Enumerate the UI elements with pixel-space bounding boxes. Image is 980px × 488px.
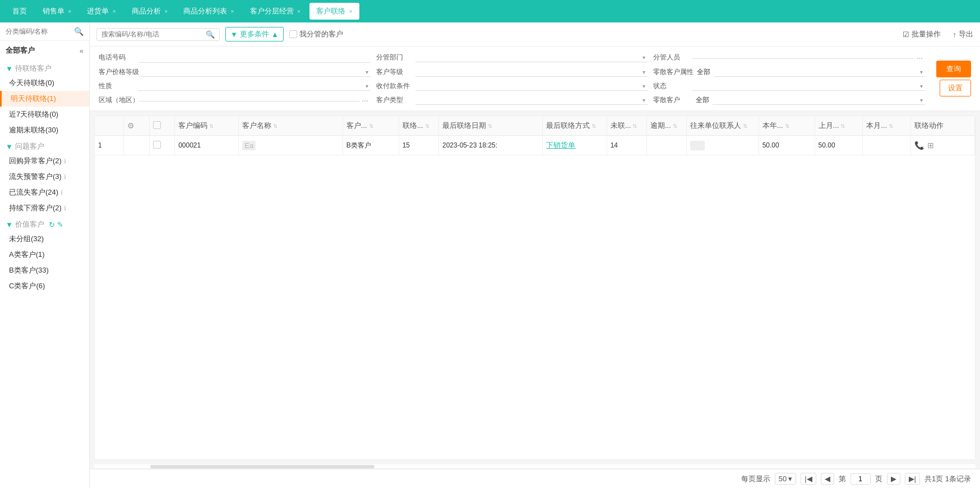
td-chk[interactable]: [149, 136, 175, 155]
nav-home[interactable]: 首页: [6, 3, 34, 20]
page-number-input[interactable]: [850, 473, 871, 485]
sort-type-icon[interactable]: ⇅: [369, 123, 373, 129]
scrollbar-thumb[interactable]: [150, 465, 375, 468]
sort-method-icon[interactable]: ⇅: [591, 123, 596, 129]
gender-select[interactable]: ▾: [138, 82, 371, 91]
payment-select[interactable]: ▾: [415, 82, 648, 91]
top-nav: 首页 销售单 × 进货单 × 商品分析 × 商品分析列表 × 客户分层经营 × …: [0, 0, 980, 22]
last-method-link[interactable]: 下销货单: [546, 141, 575, 149]
nav-customer-tier-close[interactable]: ×: [297, 8, 301, 15]
person-select[interactable]: [692, 56, 914, 59]
sidebar-item-overdue[interactable]: 逾期未联络(30): [0, 122, 89, 138]
first-page-btn[interactable]: |◀: [801, 473, 816, 485]
price-level-chevron: ▾: [366, 69, 368, 75]
my-customers-check-box[interactable]: [289, 30, 297, 38]
customer-type-select[interactable]: ▾: [415, 96, 648, 105]
action-phone-icon[interactable]: 📞: [914, 141, 924, 150]
dept-chevron: ▾: [642, 54, 645, 61]
region-dots[interactable]: ···: [359, 96, 371, 105]
retail-customer-select[interactable]: ▾: [713, 96, 925, 105]
th-chk[interactable]: [149, 116, 175, 136]
td-type: B类客户: [343, 136, 399, 155]
filter-payment: 收付款条件 ▾: [376, 81, 654, 91]
prev-page-btn[interactable]: ◀: [821, 473, 834, 485]
last-page-btn[interactable]: ▶|: [905, 473, 920, 485]
nav-product-list[interactable]: 商品分析列表 ×: [177, 3, 241, 20]
settings-button[interactable]: 设置: [940, 80, 971, 96]
sort-year-icon[interactable]: ⇅: [785, 123, 789, 129]
sidebar-item-abnormal[interactable]: 回购异常客户(2) ℹ: [0, 153, 89, 169]
dept-select[interactable]: ▾: [415, 53, 648, 62]
export-btn[interactable]: ↑ 导出: [953, 29, 974, 39]
page-size-select[interactable]: 50 ▾: [775, 473, 796, 485]
sidebar-item-7days[interactable]: 近7天待联络(0): [0, 107, 89, 122]
sidebar-item-churned[interactable]: 已流失客户(24) ℹ: [0, 185, 89, 200]
sort-last-month-icon[interactable]: ⇅: [840, 123, 845, 129]
search-icon[interactable]: 🔍: [206, 30, 215, 39]
batch-op-btn[interactable]: ☑ 批量操作: [903, 29, 941, 39]
sidebar-item-a-class[interactable]: A类客户(1): [0, 247, 89, 263]
query-button[interactable]: 查询: [936, 61, 971, 77]
sidebar-search-icon[interactable]: 🔍: [74, 27, 84, 36]
sidebar-item-churn-warning[interactable]: 流失预警客户(3) ℹ: [0, 169, 89, 185]
sort-date-icon[interactable]: ⇅: [488, 123, 492, 129]
th-unit-contact: 往来单位联系人⇅: [687, 116, 759, 136]
sidebar-all-customers[interactable]: 全部客户 «: [0, 41, 89, 60]
sidebar-item-c-class[interactable]: C类客户(6): [0, 278, 89, 294]
edit-icon[interactable]: ✎: [57, 220, 63, 229]
filter-region: 区域（地区） ···: [99, 95, 376, 105]
chevron-up-icon: ▲: [271, 30, 279, 39]
next-page-btn[interactable]: ▶: [887, 473, 900, 485]
filter-dept: 分管部门 ▾: [376, 53, 654, 62]
th-action: 联络动作: [910, 116, 974, 136]
nav-customer-tier[interactable]: 客户分层经营 ×: [243, 3, 307, 20]
sidebar-item-declining[interactable]: 持续下滑客户(2) ℹ: [0, 200, 89, 216]
refresh-icon[interactable]: ↻: [49, 220, 55, 229]
nav-sales[interactable]: 销售单 ×: [36, 3, 78, 20]
filter-row-1: 电话号码 分管部门 ▾ 分管人员: [99, 52, 931, 63]
collapse-icon[interactable]: «: [80, 47, 84, 55]
sort-contact-icon[interactable]: ⇅: [425, 123, 429, 129]
td-last-method[interactable]: 下销货单: [543, 136, 607, 155]
nav-purchase[interactable]: 进货单 ×: [80, 3, 122, 20]
sort-this-month-icon[interactable]: ⇅: [889, 123, 893, 129]
nav-product-analysis-close[interactable]: ×: [164, 8, 168, 15]
sidebar-item-tomorrow[interactable]: 明天待联络(1): [0, 91, 89, 107]
sort-code-icon[interactable]: ⇅: [209, 123, 214, 129]
nav-customer-contact[interactable]: 客户联络 ×: [309, 3, 359, 20]
gear-settings-icon[interactable]: ⚙: [127, 121, 135, 130]
th-this-year: 本年...⇅: [759, 116, 815, 136]
info-icon-1: ℹ: [64, 173, 66, 181]
status-select[interactable]: ▾: [692, 82, 925, 91]
more-conditions-btn[interactable]: ▼ 更多条件 ▲: [225, 27, 284, 42]
retail-attr-select[interactable]: ▾: [714, 68, 925, 77]
my-customers-checkbox[interactable]: 我分管的客户: [289, 29, 343, 39]
horizontal-scrollbar[interactable]: [94, 464, 976, 469]
sidebar-item-today[interactable]: 今天待联络(0): [0, 75, 89, 91]
th-gear[interactable]: ⚙: [123, 116, 149, 136]
price-level-select[interactable]: ▾: [139, 68, 371, 77]
customer-name-masked: Ea: [242, 141, 256, 150]
nav-customer-contact-close[interactable]: ×: [349, 8, 352, 15]
phone-input[interactable]: [138, 52, 371, 63]
search-input[interactable]: [101, 30, 206, 38]
sidebar-search-input[interactable]: [6, 27, 74, 35]
action-grid-icon[interactable]: ⊞: [927, 141, 934, 150]
header-checkbox[interactable]: [153, 121, 161, 129]
nav-sales-close[interactable]: ×: [68, 8, 71, 15]
sort-name-icon[interactable]: ⇅: [273, 123, 278, 129]
row-checkbox[interactable]: [153, 141, 161, 149]
sidebar-item-b-class[interactable]: B类客户(33): [0, 263, 89, 278]
person-dots[interactable]: ···: [914, 53, 925, 62]
region-select[interactable]: [139, 99, 359, 102]
nav-product-analysis[interactable]: 商品分析 ×: [125, 3, 174, 20]
sort-overdue-icon[interactable]: ⇅: [673, 123, 677, 129]
status-chevron: ▾: [920, 83, 923, 89]
sort-unit-contact-icon[interactable]: ⇅: [743, 123, 747, 129]
table-wrap: ⚙ 客户编码⇅ 客户名称⇅ 客户...⇅ 联络...⇅ 最后联络日期⇅ 最后联络…: [94, 116, 976, 460]
nav-product-list-close[interactable]: ×: [230, 8, 234, 15]
customer-level-select[interactable]: ▾: [415, 68, 648, 77]
nav-purchase-close[interactable]: ×: [112, 8, 115, 15]
sort-no-contact-icon[interactable]: ⇅: [632, 123, 637, 129]
sidebar-item-ungrouped[interactable]: 未分组(32): [0, 231, 89, 247]
